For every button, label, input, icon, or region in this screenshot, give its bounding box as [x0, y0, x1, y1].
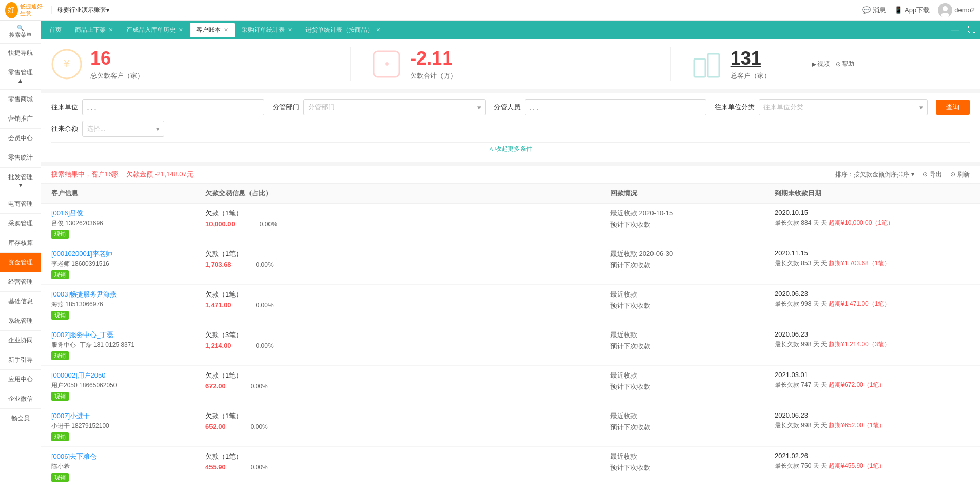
tab-stock-stats[interactable]: 进货单统计表（按商品） ×	[299, 23, 387, 37]
stat-debt-label: 欠款合计（万）	[410, 71, 457, 81]
filter-dept-label: 分管部门	[273, 103, 299, 112]
sidebar-item-retail-mall[interactable]: 零售商城	[0, 90, 41, 109]
customer-name-2[interactable]: [0003]畅捷服务尹海燕	[51, 290, 205, 299]
svg-point-1	[943, 6, 948, 11]
overdue-amount-4[interactable]: 超期¥672.00（1笔）	[829, 381, 885, 388]
sidebar-item-quick-nav[interactable]: 快捷导航	[0, 44, 41, 63]
close-tab-purchase-order[interactable]: ×	[288, 26, 292, 33]
sidebar-item-retail-stats[interactable]: 零售统计	[0, 148, 41, 168]
overdue-detail-3: 最长欠款 998 天 天 超期¥1,214.00（3笔）	[775, 340, 970, 349]
customer-name-1[interactable]: [0001020001]李老师	[51, 249, 205, 259]
sidebar-search[interactable]: 🔍 搜索菜单	[0, 21, 41, 44]
tab-minimize-icon[interactable]: —	[949, 23, 962, 36]
overdue-info-1: 2020.11.15 最长欠款 853 天 天 超期¥1,703.68（1笔）	[775, 249, 970, 268]
overdue-days-2: 最长欠款 998 天 天	[775, 300, 829, 307]
sidebar-item-inventory[interactable]: 库存核算	[0, 233, 41, 253]
tab-actions: — ⛶	[949, 23, 978, 36]
overdue-amount-0[interactable]: 超期¥10,000.00（1笔）	[829, 219, 894, 226]
customer-name-5[interactable]: [0007]小进干	[51, 411, 205, 421]
close-tab-stock-stats[interactable]: ×	[376, 26, 380, 33]
tab-maximize-icon[interactable]: ⛶	[966, 23, 978, 36]
collapse-button[interactable]: ∧ 收起更多条件	[51, 142, 970, 155]
sidebar-item-apps[interactable]: 应用中心	[0, 370, 41, 389]
tab-customer-account[interactable]: 客户账本 ×	[190, 23, 234, 37]
svg-text:¥: ¥	[63, 57, 70, 70]
filter-row-1: 往来单位 ... 分管部门 分管部门 ▾	[51, 99, 970, 115]
return-info-0: 最近收款 2020-10-15 预计下次收款	[610, 209, 775, 229]
refresh-button[interactable]: ⊙ 刷新	[950, 170, 970, 179]
filter-area: 往来单位 ... 分管部门 分管部门 ▾	[41, 93, 980, 162]
return-info-1: 最近收款 2020-06-30 预计下次收款	[610, 249, 775, 270]
stat-card-debt-total: ✦ -2.11 欠款合计（万）	[371, 47, 670, 81]
tab-product-history[interactable]: 产成品入库单历史 ×	[120, 23, 189, 37]
app-download-button[interactable]: 📱 App下载	[894, 6, 930, 15]
store-selector[interactable]: 母婴行业演示账套 ▾	[51, 6, 109, 14]
customer-info-0: [0016]吕俊 吕俊 13026203696 现销	[51, 209, 205, 239]
sidebar-item-member-vip[interactable]: 畅会员	[0, 409, 41, 428]
overdue-days-4: 最长欠款 747 天 天	[775, 381, 829, 388]
debt-amount-3: 1,214.00	[205, 342, 232, 349]
overdue-date-4: 2021.03.01	[775, 371, 970, 379]
filter-dept-select[interactable]: 分管部门 ▾	[303, 99, 486, 115]
filter-unit-input[interactable]: ...	[82, 99, 264, 115]
sidebar-item-basic-info[interactable]: 基础信息	[0, 292, 41, 311]
return-date-5: 最近收款	[610, 411, 775, 421]
return-date-1: 最近收款 2020-06-30	[610, 249, 775, 259]
customer-name-6[interactable]: [0006]去下粮仓	[51, 452, 205, 461]
customer-tag-2: 现销	[51, 311, 69, 320]
table-header: 客户信息 欠款交易信息（占比） 回款情况 到期未收款日期	[41, 184, 980, 204]
export-icon: ⊙	[923, 171, 928, 178]
sidebar-item-operation[interactable]: 经营管理	[0, 272, 41, 292]
tab-home[interactable]: 首页	[43, 23, 68, 37]
store-name: 母婴行业演示账套	[57, 6, 106, 14]
overdue-amount-5[interactable]: 超期¥652.00（1笔）	[829, 422, 885, 429]
export-button[interactable]: ⊙ 导出	[923, 170, 942, 179]
filter-balance-select[interactable]: 选择... ▾	[82, 121, 164, 137]
overdue-date-3: 2020.06.23	[775, 330, 970, 338]
customer-info-5: [0007]小进干 小进干 18279152100 现销	[51, 411, 205, 441]
sidebar-item-purchase[interactable]: 采购管理	[0, 214, 41, 233]
top-bar: 好 畅捷通好生意 母婴行业演示账套 ▾ 💬 消息 📱 App下载 demo2	[0, 0, 980, 21]
sort-select[interactable]: 排序：按欠款金额倒序排序 ▾	[835, 170, 914, 179]
sidebar-item-ecommerce[interactable]: 电商管理	[0, 194, 41, 214]
overdue-days-0: 最长欠款 884 天 天	[775, 219, 829, 226]
customer-tag-4: 现销	[51, 392, 69, 401]
sidebar-item-beginner[interactable]: 新手引导	[0, 350, 41, 370]
sidebar-item-finance[interactable]: 资金管理	[0, 253, 41, 272]
sidebar-item-wholesale[interactable]: 批发管理 ▾	[0, 168, 41, 194]
sidebar-item-retail-mgmt[interactable]: 零售管理 ▲	[0, 63, 41, 90]
customer-name-3[interactable]: [0002]服务中心_丁磊	[51, 330, 205, 340]
tab-product-listing[interactable]: 商品上下架 ×	[69, 23, 119, 37]
message-button[interactable]: 💬 消息	[862, 6, 886, 15]
customer-phone-4: 用户2050 18665062050	[51, 381, 205, 390]
sidebar-item-enterprise[interactable]: 企业协同	[0, 331, 41, 350]
view-video-button[interactable]: ▶ 视频	[812, 60, 830, 68]
sidebar-item-wechat[interactable]: 企业微信	[0, 389, 41, 409]
customer-name-0[interactable]: [0016]吕俊	[51, 209, 205, 218]
sidebar-item-member[interactable]: 会员中心	[0, 129, 41, 148]
tab-purchase-order[interactable]: 采购订单统计表 ×	[236, 23, 298, 37]
svg-rect-7	[694, 59, 705, 77]
debt-row-5: 652.00 0.00%	[205, 423, 610, 430]
overdue-amount-1[interactable]: 超期¥1,703.68（1笔）	[829, 260, 890, 267]
overdue-amount-3[interactable]: 超期¥1,214.00（3笔）	[829, 341, 890, 348]
sidebar-item-system[interactable]: 系统管理	[0, 311, 41, 331]
filter-category-select[interactable]: 往来单位分类 ▾	[759, 99, 928, 115]
close-tab-product-listing[interactable]: ×	[109, 26, 113, 33]
return-info-5: 最近收款 预计下次收款	[610, 411, 775, 432]
user-avatar[interactable]: demo2	[938, 3, 975, 17]
overdue-amount-2[interactable]: 超期¥1,471.00（1笔）	[829, 300, 890, 307]
help-button[interactable]: ⊙ 帮助	[836, 60, 854, 68]
overdue-detail-1: 最长欠款 853 天 天 超期¥1,703.68（1笔）	[775, 259, 970, 268]
debt-ratio-5: 0.00%	[251, 423, 268, 430]
search-button[interactable]: 查询	[936, 100, 970, 115]
close-tab-product-history[interactable]: ×	[179, 26, 183, 33]
sidebar-item-marketing[interactable]: 营销推广	[0, 109, 41, 129]
overdue-days-6: 最长欠款 750 天 天	[775, 462, 829, 469]
filter-person-input[interactable]: ...	[525, 99, 707, 115]
close-tab-customer-account[interactable]: ×	[224, 26, 228, 33]
customer-name-4[interactable]: [000002]用户2050	[51, 371, 205, 380]
video-icon: ▶	[812, 61, 816, 68]
top-right-actions: 💬 消息 📱 App下载 demo2	[862, 3, 975, 17]
overdue-amount-6[interactable]: 超期¥455.90（1笔）	[829, 462, 885, 469]
